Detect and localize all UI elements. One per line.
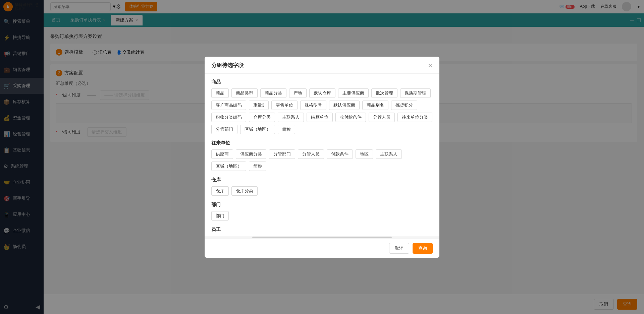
field-tag-0-17[interactable]: 主联系人 bbox=[278, 113, 304, 122]
field-grid-0: 商品商品类型商品分类产地默认仓库主要供应商批次管理保质期管理客户商品编码重量3零… bbox=[211, 88, 433, 134]
dialog-cancel-btn[interactable]: 取消 bbox=[389, 243, 409, 254]
field-tag-0-13[interactable]: 商品别名 bbox=[362, 101, 388, 110]
field-tag-0-8[interactable]: 客户商品编码 bbox=[211, 101, 246, 110]
dialog-close-btn[interactable]: ✕ bbox=[428, 62, 433, 69]
field-tag-1-5[interactable]: 地区 bbox=[356, 149, 373, 159]
field-tag-1-4[interactable]: 付款条件 bbox=[327, 149, 353, 159]
dialog-title: 分组待选字段 bbox=[211, 62, 244, 69]
field-tag-0-6[interactable]: 批次管理 bbox=[371, 88, 397, 98]
field-tag-1-8[interactable]: 简称 bbox=[249, 162, 266, 171]
field-tag-0-12[interactable]: 默认供应商 bbox=[329, 101, 360, 110]
field-tag-1-1[interactable]: 供应商分类 bbox=[236, 149, 266, 159]
section-title-4: 员工 bbox=[211, 227, 433, 233]
field-tag-3-0[interactable]: 部门 bbox=[211, 211, 229, 221]
field-tag-1-2[interactable]: 分管部门 bbox=[269, 149, 295, 159]
field-tag-0-0[interactable]: 商品 bbox=[211, 88, 229, 98]
field-tag-0-19[interactable]: 收付款条件 bbox=[335, 113, 366, 122]
field-grid-2: 仓库仓库分类 bbox=[211, 186, 433, 196]
field-tag-0-10[interactable]: 零售单位 bbox=[271, 101, 298, 110]
field-tag-0-2[interactable]: 商品分类 bbox=[260, 88, 286, 98]
section-title-0: 商品 bbox=[211, 79, 433, 85]
field-tag-0-18[interactable]: 结算单位 bbox=[307, 113, 333, 122]
field-tag-1-6[interactable]: 主联系人 bbox=[376, 149, 402, 159]
field-tag-0-5[interactable]: 主要供应商 bbox=[338, 88, 369, 98]
dialog-body[interactable]: 商品商品商品类型商品分类产地默认仓库主要供应商批次管理保质期管理客户商品编码重量… bbox=[205, 74, 439, 236]
section-title-2: 仓库 bbox=[211, 177, 433, 183]
dialog-header: 分组待选字段 ✕ bbox=[205, 57, 439, 74]
field-grid-1: 供应商供应商分类分管部门分管人员付款条件地区主联系人区域（地区）简称 bbox=[211, 149, 433, 171]
field-tag-0-21[interactable]: 往来单位分类 bbox=[397, 113, 432, 122]
dialog: 分组待选字段 ✕ 商品商品商品类型商品分类产地默认仓库主要供应商批次管理保质期管… bbox=[205, 57, 439, 258]
section-title-3: 部门 bbox=[211, 202, 433, 208]
modal-overlay: 分组待选字段 ✕ 商品商品商品类型商品分类产地默认仓库主要供应商批次管理保质期管… bbox=[0, 0, 644, 314]
field-tag-0-9[interactable]: 重量3 bbox=[249, 101, 269, 110]
field-tag-2-1[interactable]: 仓库分类 bbox=[231, 186, 258, 196]
field-tag-0-20[interactable]: 分管人员 bbox=[369, 113, 395, 122]
field-tag-0-3[interactable]: 产地 bbox=[289, 88, 307, 98]
field-tag-0-14[interactable]: 拣货积分 bbox=[391, 101, 417, 110]
dialog-confirm-btn[interactable]: 查询 bbox=[413, 243, 433, 254]
field-grid-3: 部门 bbox=[211, 211, 433, 221]
dialog-section-3: 部门部门 bbox=[211, 202, 433, 221]
field-tag-2-0[interactable]: 仓库 bbox=[211, 186, 229, 196]
field-tag-0-4[interactable]: 默认仓库 bbox=[309, 88, 335, 98]
dialog-section-2: 仓库仓库仓库分类 bbox=[211, 177, 433, 196]
field-tag-1-3[interactable]: 分管人员 bbox=[298, 149, 324, 159]
field-tag-0-11[interactable]: 规格型号 bbox=[300, 101, 326, 110]
field-tag-0-15[interactable]: 税收分类编码 bbox=[211, 113, 246, 122]
field-tag-0-24[interactable]: 简称 bbox=[278, 125, 295, 134]
field-tag-1-7[interactable]: 区域（地区） bbox=[211, 162, 246, 171]
section-title-1: 往来单位 bbox=[211, 140, 433, 146]
field-tag-0-22[interactable]: 分管部门 bbox=[211, 125, 237, 134]
dialog-hscroll bbox=[205, 236, 439, 239]
dialog-section-4: 员工业务员 bbox=[211, 227, 433, 236]
field-tag-0-16[interactable]: 仓库分类 bbox=[249, 113, 275, 122]
dialog-footer: 取消 查询 bbox=[205, 239, 439, 258]
field-tag-0-7[interactable]: 保质期管理 bbox=[400, 88, 431, 98]
field-tag-1-0[interactable]: 供应商 bbox=[211, 149, 233, 159]
dialog-section-1: 往来单位供应商供应商分类分管部门分管人员付款条件地区主联系人区域（地区）简称 bbox=[211, 140, 433, 171]
field-tag-0-1[interactable]: 商品类型 bbox=[231, 88, 258, 98]
dialog-section-0: 商品商品商品类型商品分类产地默认仓库主要供应商批次管理保质期管理客户商品编码重量… bbox=[211, 79, 433, 134]
field-tag-0-23[interactable]: 区域（地区） bbox=[240, 125, 275, 134]
